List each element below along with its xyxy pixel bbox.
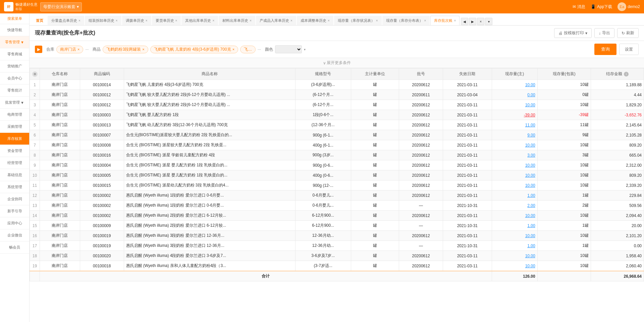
tab-current-status[interactable]: 现存量（库存状况表） × (334, 16, 382, 25)
product-tag-1[interactable]: 飞鹤星飞帆 儿童奶粉 4段(3-6岁适用) 700克 × (150, 46, 238, 53)
cell-name: 飞鹤星飞帆 幼儿配方奶粉 3段(12-36个月幼儿适用) 700克 (124, 120, 295, 130)
cell-qty-main[interactable]: 10.00 (492, 100, 537, 110)
cell-qty-main[interactable]: 11.00 (492, 120, 537, 130)
table-row: 9 南岸门店 00100004 合生元 (BIOSTIME) 派星 婴儿配方奶粉… (30, 160, 644, 170)
cell-qty-main[interactable]: -39.00 (492, 110, 537, 120)
cell-qty-main[interactable]: 10.00 (492, 211, 537, 221)
cell-qty-main[interactable]: 1.00 (492, 221, 537, 231)
sidebar-item-marketing[interactable]: 营销推广 (0, 60, 29, 72)
cell-qty-main[interactable]: 1.00 (492, 241, 537, 251)
settings-btn[interactable]: 设置 (619, 44, 639, 55)
color-select[interactable] (275, 45, 302, 53)
tab-close-split-inventory[interactable]: × (78, 19, 80, 22)
tab-close-finished-inbound[interactable]: × (290, 19, 292, 22)
print-btn[interactable]: 🖨 按模板打印 ▾ (554, 28, 592, 38)
cell-qty-main[interactable]: 1.00 (492, 191, 537, 201)
tab-close-mix[interactable]: × (146, 19, 148, 22)
cell-qty-main[interactable]: 10.00 (492, 261, 537, 271)
sidebar-item-new-guide[interactable]: 新手引导 (0, 205, 29, 217)
sidebar-item-shortcut[interactable]: 快捷导航 (0, 24, 29, 36)
sidebar-item-wholesale[interactable]: 批发管理 ▼ (0, 97, 29, 109)
filter-toggle-btn[interactable]: ▶ (35, 46, 42, 53)
tab-close-current-dist[interactable]: × (424, 19, 426, 22)
cell-qty-main[interactable]: 10.00 (492, 251, 537, 261)
cell-spec: 900g (3岁... (295, 150, 351, 160)
sidebar-item-inventory[interactable]: 库存核算 (0, 133, 29, 145)
product-tag-0-close[interactable]: × (142, 47, 144, 51)
tab-cost-adj[interactable]: 成本调整单历史 × (297, 16, 333, 25)
tab-close-all-btn[interactable]: × (477, 18, 484, 25)
cell-amount: 2,312.00 (591, 160, 644, 170)
cell-qty-main[interactable]: 10.00 (492, 170, 537, 180)
sidebar-item-retail-mall[interactable]: 零售商城 (0, 48, 29, 60)
tab-split-inventory[interactable]: 分量盘点单历史 × (48, 16, 84, 25)
sidebar-item-ecommerce[interactable]: 电商管理 (0, 109, 29, 121)
user-area[interactable]: Ea demo2 (618, 2, 640, 11)
refresh-btn[interactable]: ↻ 刷新 (617, 28, 639, 38)
product-more-btn[interactable]: ··· (258, 47, 261, 52)
tab-home[interactable]: 首页 (32, 16, 47, 25)
cell-batch: 20200612 (399, 191, 443, 201)
tab-menu-btn[interactable]: ▾ (485, 18, 492, 25)
cell-qty-main[interactable]: 9.00 (492, 130, 537, 140)
sidebar-item-retail-stats[interactable]: 零售统计 (0, 85, 29, 97)
app-download-btn[interactable]: 📱 App下载 (591, 4, 612, 10)
query-btn[interactable]: 查询 (594, 44, 616, 55)
table-settings-icon[interactable]: ⚙ (32, 71, 38, 77)
tab-close-batch-voucher[interactable]: × (454, 19, 456, 22)
warehouse-tag-close[interactable]: × (77, 47, 79, 51)
cell-qty-main[interactable]: 10.00 (492, 160, 537, 170)
cell-qty-main[interactable]: 10.00 (492, 140, 537, 150)
sidebar-item-retail-mgmt[interactable]: 零售管理 ▼ (0, 36, 29, 48)
tab-other-outbound[interactable]: 其他出库单历史 × (181, 16, 218, 25)
cell-qty-main[interactable]: 10.00 (492, 180, 537, 191)
tab-disassemble[interactable]: 组装拆卸单历史 × (85, 16, 121, 25)
tab-current-dist[interactable]: 现存量（库存分布表） × (382, 16, 430, 25)
tab-close-disassemble[interactable]: × (116, 19, 118, 22)
sidebar-item-basic-info[interactable]: 基础信息 (0, 169, 29, 181)
tab-batch-voucher[interactable]: 库存批次账 × (430, 16, 460, 25)
cell-qty-pkg: 0罐 (537, 90, 591, 100)
tab-close-requisition[interactable]: × (175, 19, 177, 22)
product-tag-1-close[interactable]: × (232, 47, 234, 51)
sidebar-item-ops[interactable]: 经营管理 (0, 157, 29, 169)
tab-close-cost-adj[interactable]: × (328, 19, 330, 22)
sidebar-item-member[interactable]: 畅会员 (0, 241, 29, 254)
table-row: 2 南岸门店 00100012 飞鹤星飞帆 较大婴儿配方奶粉 2段(6-12个月… (30, 90, 644, 100)
search-menu-btn[interactable]: 搜索菜单 (0, 13, 29, 24)
product-tag-more[interactable]: 飞… (240, 46, 256, 53)
sidebar-item-sys-mgmt[interactable]: 系统管理 (0, 181, 29, 193)
tab-close-material-outbound[interactable]: × (250, 19, 252, 22)
sidebar-item-app-center[interactable]: 应用中心 (0, 217, 29, 229)
tab-requisition[interactable]: 要货单历史 × (152, 16, 181, 25)
warehouse-tag[interactable]: 南岸门店 × (56, 46, 83, 53)
cell-qty-main[interactable]: 10.00 (492, 231, 537, 241)
industry-selector[interactable]: 母婴行业演示账套 ▾ (40, 2, 82, 11)
cell-qty-main[interactable]: 3.00 (492, 150, 537, 160)
cell-qty-main[interactable]: 10.00 (492, 80, 537, 90)
sidebar-item-enterprise-wx[interactable]: 企业微信 (0, 229, 29, 241)
col-qty-pkg: 现存量(包装) (537, 68, 591, 80)
expand-more-btn[interactable]: ∨ 展开更多条件 (323, 60, 351, 66)
tab-material-outbound[interactable]: 材料出库单历史 × (219, 16, 255, 25)
sidebar-item-finance[interactable]: 资金管理 (0, 145, 29, 157)
filter-expand-btn-left[interactable]: ▶ (35, 46, 42, 53)
col-settings[interactable]: ⚙ (30, 68, 40, 80)
tab-close-other-outbound[interactable]: × (212, 19, 214, 22)
export-btn[interactable]: ↓ 导出 (594, 28, 614, 38)
messages-btn[interactable]: ✉ 消息 (573, 4, 585, 10)
tab-finished-inbound[interactable]: 产成品入库单历史 × (256, 16, 296, 25)
product-tag-0[interactable]: 飞鹤奶粉3段两罐装 × (103, 46, 148, 53)
sidebar-item-purchase[interactable]: 采购管理 (0, 121, 29, 133)
tab-mix[interactable]: 调拨单历史 × (122, 16, 151, 25)
sidebar-item-enterprise[interactable]: 企业协同 (0, 193, 29, 205)
sidebar-item-member-center[interactable]: 会员中心 (0, 72, 29, 85)
cell-qty-main[interactable]: 0.00 (492, 90, 537, 100)
warehouse-more-btn[interactable]: ··· (85, 47, 89, 52)
tab-prev-btn[interactable]: ◀ (461, 18, 468, 25)
amount-info-icon[interactable]: i (624, 72, 629, 76)
tab-next-btn[interactable]: ▶ (469, 18, 476, 25)
cell-qty-main[interactable]: 2.00 (492, 201, 537, 211)
query-buttons: 查询 设置 (594, 44, 639, 55)
tab-close-current-status[interactable]: × (376, 19, 378, 22)
